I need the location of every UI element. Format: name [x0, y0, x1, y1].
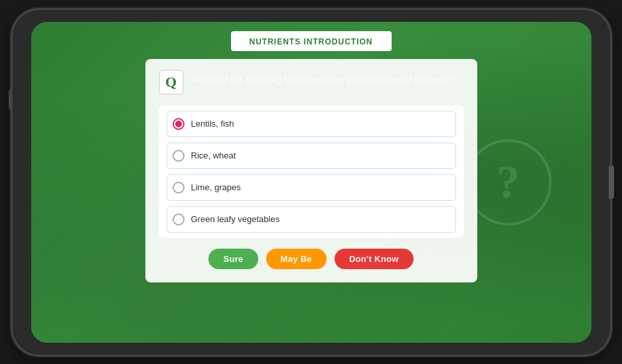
screen: ? NUTRIENTS INTRODUCTION Q Which of the …: [31, 22, 591, 343]
buttons-row: Sure May Be Don't Know: [159, 249, 464, 269]
watermark-question-mark: ?: [465, 139, 552, 225]
radio-1[interactable]: [173, 118, 185, 130]
option-row-1[interactable]: Lentils, fish: [167, 111, 456, 137]
question-row: Q Which of the following food items are …: [159, 70, 464, 95]
q-badge: Q: [159, 70, 184, 95]
option-label-2: Rice, wheat: [191, 151, 236, 160]
option-row-3[interactable]: Lime, grapes: [167, 174, 456, 201]
option-label-3: Lime, grapes: [191, 182, 241, 192]
maybe-button[interactable]: May Be: [266, 249, 327, 269]
radio-3[interactable]: [173, 182, 185, 194]
option-label-4: Green leafy vegetables: [191, 214, 280, 224]
option-row-2[interactable]: Rice, wheat: [167, 143, 456, 169]
option-label-1: Lentils, fish: [191, 119, 234, 129]
sure-button[interactable]: Sure: [208, 249, 258, 269]
dont-know-button[interactable]: Don't Know: [335, 249, 414, 269]
q-letter: Q: [165, 74, 177, 91]
radio-4[interactable]: [173, 213, 185, 225]
question-text: Which of the following food items are go…: [192, 70, 453, 87]
content-card: Q Which of the following food items are …: [145, 59, 477, 282]
radio-2[interactable]: [173, 150, 185, 162]
option-row-4[interactable]: Green leafy vegetables: [167, 206, 456, 233]
title-bar: NUTRIENTS INTRODUCTION: [231, 31, 392, 51]
answers-card: Lentils, fish Rice, wheat Lime, grapes G…: [159, 105, 464, 238]
screen-title: NUTRIENTS INTRODUCTION: [250, 37, 373, 46]
radio-inner-1: [175, 121, 182, 127]
power-button: [609, 166, 614, 199]
tablet-frame: ? NUTRIENTS INTRODUCTION Q Which of the …: [13, 10, 610, 355]
